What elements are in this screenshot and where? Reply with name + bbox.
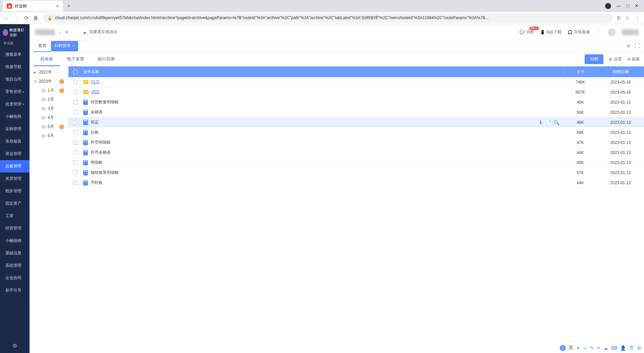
sidebar-item-15[interactable]: 小畅报销 <box>0 235 30 247</box>
tab-archive[interactable]: 归档管理 × <box>51 41 78 51</box>
sidebar-item-12[interactable]: 固定资产 <box>0 197 30 210</box>
app-download-link[interactable]: 📱 App下载 <box>540 29 561 35</box>
tree-month-1[interactable]: 1月! <box>30 86 68 95</box>
sidebar-item-0[interactable]: 搜索菜单 <box>0 48 30 61</box>
archive-button[interactable]: 归档 <box>585 54 603 64</box>
row-checkbox[interactable] <box>73 90 77 94</box>
row-checkbox[interactable] <box>73 160 77 165</box>
ime-lang[interactable]: 英 <box>569 345 573 351</box>
account-icon[interactable] <box>605 3 611 9</box>
row-checkbox[interactable] <box>73 130 77 135</box>
table-row[interactable]: 外币余额表44K2023-01-13 <box>68 148 644 158</box>
tab-home[interactable]: 首页 <box>34 40 51 52</box>
sidebar-item-8[interactable]: 资金管理 <box>0 148 30 160</box>
install-icon[interactable]: ⎘ <box>617 15 621 21</box>
refresh-link[interactable]: ⟳ 刷新 <box>627 56 640 62</box>
sidebar-item-5[interactable]: 小畅电商 <box>0 110 30 123</box>
sidebar-item-19[interactable]: 新手引导 <box>0 284 30 297</box>
sidebar-item-1[interactable]: 快捷导航 <box>0 61 30 73</box>
ime-smile-icon[interactable]: ☺ <box>583 345 587 351</box>
download-icon[interactable]: ⬇ <box>539 120 543 125</box>
tree-month-4[interactable]: 4月 <box>30 113 68 122</box>
sub-tab-finance[interactable]: 财务账 <box>34 53 60 66</box>
row-checkbox[interactable] <box>73 140 77 145</box>
online-service-link[interactable]: 🎧 在线客服 <box>568 29 590 35</box>
ime-person-icon[interactable]: 👤 <box>620 345 626 351</box>
sidebar-item-7[interactable]: 库存核算 <box>0 135 30 148</box>
sidebar-item-18[interactable]: 企业协同 <box>0 272 30 284</box>
menu-icon[interactable]: ⋮ <box>635 15 640 21</box>
sidebar-item-11[interactable]: 税务管理 <box>0 185 30 197</box>
ime-keyboard-icon[interactable]: ⌨ <box>611 345 618 351</box>
tree-month-6[interactable]: 6月 <box>30 131 68 140</box>
minimize-icon[interactable]: — <box>616 3 621 9</box>
table-row[interactable]: 序时账44K2023-01-13 <box>68 178 644 188</box>
table-row[interactable]: 05月807K2023-05-16 <box>68 87 644 97</box>
table-row[interactable]: 辅助核算明细账57K2023-01-13 <box>68 168 644 178</box>
tree-node-2022[interactable]: ▶ 2022年 <box>30 68 68 77</box>
table-row[interactable]: 余额表59K2023-01-13 <box>68 107 644 117</box>
preview-icon[interactable]: 🔍 <box>554 120 559 125</box>
row-checkbox[interactable] <box>73 110 77 114</box>
row-checkbox[interactable] <box>73 100 77 104</box>
table-row[interactable]: 明细账85K2023-01-13 <box>68 158 644 168</box>
demo-link[interactable]: ☁ 我要看实例演示 <box>83 29 117 35</box>
forward-icon[interactable]: → <box>14 15 19 21</box>
browser-tab[interactable]: ◆ 好业财 × <box>3 1 63 11</box>
table-row[interactable]: 凭证⬇📄🔍48K2023-01-13 <box>68 117 644 128</box>
maximize-icon[interactable]: □ <box>627 3 629 9</box>
messages-link[interactable]: 💬 消息 99 + <box>520 29 534 35</box>
trash-icon[interactable]: 🗑 <box>33 15 39 21</box>
tab-close-icon[interactable]: × <box>72 44 75 48</box>
reload-icon[interactable]: ⟳ <box>24 15 29 21</box>
ime-edit-icon[interactable]: ✎ <box>590 345 594 351</box>
gear-icon[interactable]: ⚙ <box>65 30 69 35</box>
ime-cloud-icon[interactable]: ☁ <box>603 345 608 351</box>
table-row[interactable]: 存货数量明细账45K2023-01-13 <box>68 97 644 107</box>
table-row[interactable]: 01月748K2023-05-16 <box>68 77 644 87</box>
tree-month-3[interactable]: 3月 <box>30 104 68 113</box>
pdf-icon[interactable]: 📄 <box>545 120 551 125</box>
ime-gear-icon[interactable]: ⚙ <box>637 345 641 351</box>
ime-scissors-icon[interactable]: ✂ <box>597 345 601 351</box>
sidebar-item-9[interactable]: 总账管理 <box>0 160 30 172</box>
sub-tab-bankreceipt[interactable]: 银行回单 <box>91 53 122 66</box>
fullscreen-icon[interactable]: ⛶ <box>635 43 640 49</box>
row-checkbox[interactable] <box>73 120 77 124</box>
sub-tab-einvoice[interactable]: 电子发票 <box>60 53 91 66</box>
sidebar-item-10[interactable]: 发票管理 <box>0 172 30 185</box>
tree-month-2[interactable]: 2月 <box>30 95 68 104</box>
avatar[interactable] <box>608 28 616 36</box>
window-close-icon[interactable]: ✕ <box>635 3 639 9</box>
sidebar-item-13[interactable]: 工资 <box>0 210 30 222</box>
sidebar-item-6[interactable]: 采购管理 <box>0 123 30 135</box>
sidebar-item-16[interactable]: 基础信息 <box>0 247 30 259</box>
tree-node-2023[interactable]: ▼ 2023年 ! <box>30 77 68 86</box>
company-selector[interactable]: ⌄ ⚙ <box>35 29 69 35</box>
settings-link[interactable]: ⚙ 设置 <box>609 56 622 62</box>
sidebar-settings-icon[interactable]: ⚙ <box>0 339 30 353</box>
new-tab-button[interactable]: + <box>67 3 71 10</box>
row-checkbox[interactable] <box>73 181 77 185</box>
ime-shirt-icon[interactable]: 👕 <box>629 345 634 351</box>
ime-brand-icon[interactable]: 王 <box>560 345 566 351</box>
file-name-link[interactable]: 05月 <box>91 89 100 95</box>
url-input[interactable]: 🔒 cloud.chanjet.com/cc/u6d89qwnryel/57bf… <box>43 13 612 23</box>
back-icon[interactable]: ← <box>4 15 9 21</box>
sidebar-item-17[interactable]: 系统管理 <box>0 259 30 272</box>
select-all-checkbox[interactable] <box>73 70 77 74</box>
sidebar-item-2[interactable]: 项目合同 <box>0 73 30 86</box>
sidebar-item-3[interactable]: 零售管理▾ <box>0 86 30 98</box>
sidebar-item-4[interactable]: 批发管理▾ <box>0 98 30 110</box>
row-checkbox[interactable] <box>73 170 77 175</box>
row-checkbox[interactable] <box>73 80 77 84</box>
table-row[interactable]: 总账69K2023-01-13 <box>68 128 644 138</box>
star-icon[interactable]: ☆ <box>625 15 630 21</box>
sidebar-item-14[interactable]: 经营管理 <box>0 222 30 235</box>
table-row[interactable]: 外币明细账47K2023-01-13 <box>68 138 644 148</box>
ime-sparkle-icon[interactable]: ✦ <box>576 345 580 351</box>
close-all-icon[interactable]: ✕ <box>626 43 631 49</box>
tree-month-5[interactable]: 5月! <box>30 122 68 131</box>
tab-close-icon[interactable]: × <box>56 3 59 9</box>
row-checkbox[interactable] <box>73 150 77 155</box>
